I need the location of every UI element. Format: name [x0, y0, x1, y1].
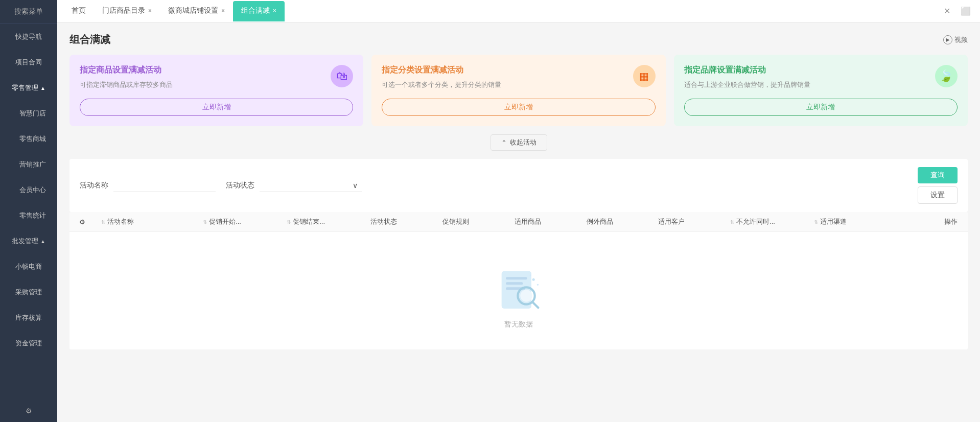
sidebar-item-inventory[interactable]: 库存核算 [0, 305, 57, 331]
sidebar-item-label: 快捷导航 [15, 32, 42, 41]
sidebar-item-label: 智慧门店 [19, 109, 46, 118]
tab-actions: ✕ ⬜ [941, 5, 974, 17]
sidebar-item-label: 库存核算 [15, 313, 42, 322]
th-channel-label: 适用渠道 [820, 217, 847, 226]
svg-rect-1 [506, 277, 527, 279]
category-card-btn[interactable]: 立即新增 [382, 99, 655, 116]
th-goods-label: 适用商品 [515, 217, 541, 226]
th-name-sort[interactable]: ⇅ [101, 219, 105, 225]
sidebar-item-label: 零售管理 [12, 83, 38, 92]
empty-state: 暂无数据 [69, 232, 968, 349]
brand-card-desc: 适合与上游企业联合做营销，提升品牌销量 [684, 80, 958, 90]
th-start-sort[interactable]: ⇅ [203, 219, 207, 225]
sidebar-settings-btn[interactable]: ⚙ [0, 400, 57, 422]
category-card-desc: 可选一个或者多个分类，提升分类的销量 [382, 80, 655, 90]
tab-wechat-store-close[interactable]: × [221, 7, 225, 14]
svg-rect-2 [506, 282, 523, 285]
sidebar-item-wholesale-mgmt[interactable]: 批发管理 ▲ [0, 228, 57, 254]
close-window-btn[interactable]: ✕ [941, 5, 953, 17]
th-gear[interactable]: ⚙ [69, 218, 95, 226]
status-label: 活动状态 [226, 181, 254, 190]
svg-point-9 [530, 274, 531, 276]
search-actions: 查询 设置 [918, 167, 958, 204]
goods-card-btn[interactable]: 立即新增 [80, 99, 353, 116]
tab-wechat-store[interactable]: 微商城店铺设置 × [160, 1, 233, 21]
page-title: 组合满减 [69, 33, 110, 46]
th-customer: 适用客户 [652, 217, 724, 226]
tab-home[interactable]: 首页 [63, 1, 94, 21]
tab-store-catalog-label: 门店商品目录 [102, 6, 145, 15]
tabbar: 首页 门店商品目录 × 微商城店铺设置 × 组合满减 × ✕ ⬜ [57, 0, 980, 22]
tab-wechat-store-label: 微商城店铺设置 [168, 6, 218, 15]
tab-store-catalog[interactable]: 门店商品目录 × [94, 1, 160, 21]
tab-combo-discount-label: 组合满减 [241, 6, 270, 15]
sidebar-item-member-center[interactable]: 会员中心 [0, 177, 57, 203]
sidebar-item-quick-nav[interactable]: 快捷导航 [0, 24, 57, 50]
sidebar-item-xiaochang[interactable]: 小畅电商 [0, 254, 57, 279]
th-goods: 适用商品 [508, 217, 580, 226]
sidebar-item-label: 小畅电商 [15, 262, 42, 271]
video-link[interactable]: ▶ 视频 [943, 35, 968, 44]
sidebar-item-retail-stats[interactable]: 零售统计 [0, 203, 57, 228]
category-card-icon: ▦ [633, 65, 656, 87]
page-header: 组合满减 ▶ 视频 [69, 33, 968, 46]
video-label: 视频 [954, 35, 968, 44]
sidebar-item-retail-mgmt[interactable]: 零售管理 ▲ [0, 75, 57, 101]
tab-combo-discount-close[interactable]: × [273, 7, 276, 14]
collapse-btn[interactable]: ⌃ 收起活动 [491, 134, 547, 151]
goods-card-icon: 🛍 [331, 65, 353, 87]
tab-store-catalog-close[interactable]: × [148, 7, 152, 14]
th-except: 例外商品 [580, 217, 652, 226]
content-area: 组合满减 ▶ 视频 🛍 指定商品设置满减活动 可指定滞销商品或库存较多商品 立即… [57, 22, 980, 422]
maximize-window-btn[interactable]: ⬜ [958, 5, 974, 17]
th-notallow: ⇅ 不允许同时... [724, 217, 808, 226]
chevron-down-icon: ∨ [353, 181, 358, 190]
th-action-label: 操作 [944, 217, 958, 226]
brand-card-title: 指定品牌设置满减活动 [684, 65, 958, 76]
sidebar-item-label: 批发管理 [12, 237, 38, 246]
svg-point-7 [532, 278, 535, 281]
brand-card: 🍃 指定品牌设置满减活动 适合与上游企业联合做营销，提升品牌销量 立即新增 [674, 55, 968, 126]
tab-combo-discount[interactable]: 组合满减 × [233, 1, 285, 21]
sidebar-item-label: 营销推广 [19, 160, 46, 169]
th-start-label: 促销开始... [209, 217, 241, 226]
th-notallow-label: 不允许同时... [736, 217, 775, 226]
sidebar-item-retail-mall[interactable]: 零售商城 [0, 126, 57, 152]
th-rule: 促销规则 [436, 217, 508, 226]
svg-point-8 [537, 284, 539, 286]
sidebar-item-label: 资金管理 [15, 339, 42, 348]
sidebar-item-purchase-mgmt[interactable]: 采购管理 [0, 279, 57, 305]
sidebar-search[interactable]: 搜索菜单 [0, 0, 57, 24]
empty-text: 暂无数据 [504, 320, 533, 329]
goods-card-desc: 可指定滞销商品或库存较多商品 [80, 80, 353, 90]
status-search-field: 活动状态 ∨ [226, 179, 362, 192]
category-card: ▦ 指定分类设置满减活动 可选一个或者多个分类，提升分类的销量 立即新增 [371, 55, 665, 126]
gear-icon: ⚙ [79, 218, 85, 226]
sidebar-item-marketing[interactable]: 营销推广 [0, 152, 57, 177]
th-end-sort[interactable]: ⇅ [287, 219, 291, 225]
th-start: ⇅ 促销开始... [197, 217, 281, 226]
status-select[interactable]: ∨ [260, 179, 362, 192]
sidebar-search-label: 搜索菜单 [14, 7, 43, 15]
name-input[interactable] [113, 179, 216, 192]
query-btn[interactable]: 查询 [918, 167, 958, 183]
th-notallow-sort[interactable]: ⇅ [730, 219, 734, 225]
sidebar-item-smart-store[interactable]: 智慧门店 [0, 101, 57, 126]
th-name-label: 活动名称 [107, 217, 134, 226]
settings-btn[interactable]: 设置 [918, 186, 958, 204]
brand-card-btn[interactable]: 立即新增 [684, 99, 958, 116]
empty-illustration [493, 263, 544, 314]
sidebar-item-project-contract[interactable]: 项目合同 [0, 50, 57, 75]
collapse-label: 收起活动 [510, 138, 536, 147]
sidebar-item-label: 会员中心 [19, 185, 46, 195]
th-status-label: 活动状态 [370, 217, 397, 226]
th-channel-sort[interactable]: ⇅ [814, 219, 818, 225]
table-wrapper: ⚙ ⇅ 活动名称 ⇅ 促销开始... ⇅ 促销结束... 活动状态 [69, 212, 968, 349]
sidebar-item-finance[interactable]: 资金管理 [0, 331, 57, 356]
category-card-title: 指定分类设置满减活动 [382, 65, 655, 76]
th-channel: ⇅ 适用渠道 [808, 217, 892, 226]
name-search-field: 活动名称 [80, 179, 216, 192]
search-bar: 活动名称 活动状态 ∨ 查询 设置 [69, 159, 968, 212]
sidebar-item-label: 项目合同 [15, 58, 42, 67]
svg-point-5 [520, 290, 532, 301]
